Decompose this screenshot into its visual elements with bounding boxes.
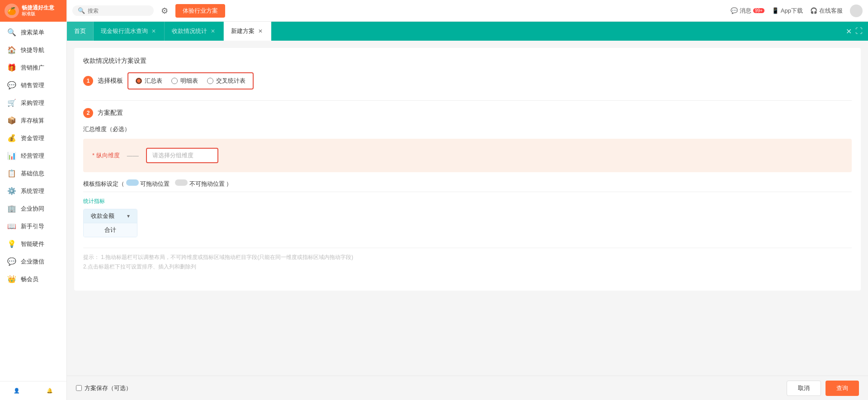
- sidebar-nav: 🔍 搜索菜单 🏠 快捷导航 🎁 营销推广 💬 销售管理 🛒 采购管理 📦 库存核…: [0, 22, 66, 381]
- indicator-header: 模板指标设定（ 可拖动位置 不可拖动位置 ）: [83, 179, 852, 192]
- online-service-button[interactable]: 🎧 在线客服: [810, 7, 843, 15]
- query-button[interactable]: 查询: [826, 381, 859, 396]
- indicator-title: 模板指标设定（ 可拖动位置 不可拖动位置 ）: [83, 179, 232, 188]
- section2-header: 2 方案配置: [83, 108, 852, 118]
- tip-line-2: 2.点击标题栏下拉可设置排序、插入列和删除列: [83, 263, 852, 271]
- sidebar-item-member[interactable]: 👑 畅会员: [0, 270, 66, 288]
- settings-icon[interactable]: ⚙: [159, 4, 170, 18]
- dimension-select[interactable]: 请选择分组维度: [146, 148, 218, 163]
- topbar: 🔍 ⚙ 体验行业方案 💬 消息 99+ 📱 App下载 🎧 在线客服: [67, 0, 868, 22]
- template-radio-group: 汇总表 明细表 交叉统计表: [127, 72, 254, 89]
- service-icon: 🎧: [810, 7, 817, 14]
- indicator-section: 模板指标设定（ 可拖动位置 不可拖动位置 ） 统计指标 收款金额: [83, 179, 852, 239]
- section-divider: [83, 100, 852, 101]
- dim-arrow-icon: ——: [127, 152, 139, 159]
- message-button[interactable]: 💬 消息 99+: [731, 7, 764, 15]
- industry-solution-button[interactable]: 体验行业方案: [175, 4, 225, 18]
- save-plan-checkbox[interactable]: [76, 385, 82, 391]
- tab-home[interactable]: 首页: [67, 22, 94, 41]
- search-menu-icon: 🔍: [7, 28, 16, 37]
- tab-stats[interactable]: 收款情况统计 ✕: [165, 22, 224, 41]
- home-icon: 🏠: [7, 46, 16, 54]
- sidebar-item-system[interactable]: ⚙️ 系统管理: [0, 182, 66, 200]
- stats-section-label: 统计指标: [83, 198, 852, 205]
- section1-num: 1: [83, 76, 93, 86]
- doc-icon: 📋: [7, 169, 16, 178]
- sidebar-item-capital[interactable]: 💰 资金管理: [0, 129, 66, 147]
- vertical-dim-label: * 纵向维度: [92, 151, 120, 160]
- logo-icon: 🍊: [5, 4, 19, 18]
- topbar-search-input[interactable]: [88, 8, 142, 14]
- sidebar-bottom-user[interactable]: 👤: [0, 385, 33, 396]
- tab-new-plan-close-icon[interactable]: ✕: [257, 28, 264, 34]
- radio-cross-input[interactable]: [207, 78, 213, 84]
- page-title: 收款情况统计方案设置: [83, 57, 852, 65]
- tabbar-spacer: [271, 22, 840, 41]
- user-icon: 👤: [14, 388, 20, 394]
- cancel-button[interactable]: 取消: [787, 381, 821, 396]
- tab-close-all-icon[interactable]: ✕: [846, 27, 852, 36]
- box-icon: 📦: [7, 116, 16, 125]
- stats-header-chevron-icon[interactable]: ▾: [127, 213, 130, 219]
- footer-buttons: 取消 查询: [787, 381, 859, 396]
- app-download-button[interactable]: 📱 App下载: [772, 7, 803, 15]
- section1-header: 1 选择模板 汇总表 明细表 交叉统计表: [83, 72, 852, 89]
- draggable-indicator-icon: [126, 179, 139, 186]
- stats-table: 收款金额 ▾ 合计: [83, 209, 137, 237]
- stats-total-cell: 合计: [84, 223, 137, 237]
- section2-num: 2: [83, 108, 93, 118]
- tab-new-plan[interactable]: 新建方案 ✕: [224, 22, 271, 41]
- tabbar: 首页 现金银行流水查询 ✕ 收款情况统计 ✕ 新建方案 ✕ ✕ ⛶: [67, 22, 868, 41]
- topbar-search-icon: 🔍: [78, 7, 85, 14]
- radio-detail-input[interactable]: [171, 78, 178, 84]
- sidebar-item-sales[interactable]: 💬 销售管理: [0, 76, 66, 94]
- weixin-icon: 💬: [7, 257, 16, 266]
- radio-summary[interactable]: 汇总表: [136, 77, 162, 85]
- cart-icon: 🛒: [7, 99, 16, 107]
- sidebar-logo: 🍊 畅捷通好生意 标准版: [0, 0, 66, 22]
- building-icon: 🏢: [7, 204, 16, 213]
- sidebar-item-purchase[interactable]: 🛒 采购管理: [0, 94, 66, 112]
- topbar-search-box[interactable]: 🔍: [72, 5, 154, 16]
- sidebar-item-inventory[interactable]: 📦 库存核算: [0, 112, 66, 129]
- radio-detail[interactable]: 明细表: [171, 77, 198, 85]
- tab-stats-close-icon[interactable]: ✕: [210, 28, 216, 34]
- tips-area: 提示： 1.拖动标题栏可以调整布局，不可跨维度或指标区域拖动栏目字段(只能在同一…: [83, 248, 852, 271]
- sidebar-bottom-notify[interactable]: 🔔: [33, 385, 67, 396]
- content-area: 收款情况统计方案设置 1 选择模板 汇总表 明细表: [67, 41, 868, 376]
- dim-row: * 纵向维度 —— 请选择分组维度: [92, 148, 843, 163]
- sidebar: 🍊 畅捷通好生意 标准版 🔍 搜索菜单 🏠 快捷导航 🎁 营销推广 💬 销售管理…: [0, 0, 67, 400]
- sidebar-item-hardware[interactable]: 💡 智能硬件: [0, 235, 66, 253]
- main-card: 收款情况统计方案设置 1 选择模板 汇总表 明细表: [74, 48, 861, 291]
- sidebar-item-weixin[interactable]: 💬 企业微信: [0, 253, 66, 270]
- sidebar-item-search-menu[interactable]: 🔍 搜索菜单: [0, 24, 66, 41]
- sidebar-item-marketing[interactable]: 🎁 营销推广: [0, 59, 66, 76]
- sidebar-item-enterprise[interactable]: 🏢 企业协同: [0, 200, 66, 217]
- sidebar-item-quick-nav[interactable]: 🏠 快捷导航: [0, 41, 66, 59]
- message-icon: 💬: [731, 7, 738, 14]
- dimension-area: * 纵向维度 —— 请选择分组维度: [83, 139, 852, 172]
- topbar-right: 💬 消息 99+ 📱 App下载 🎧 在线客服: [731, 5, 863, 17]
- gift-icon: 🎁: [7, 63, 16, 72]
- tab-expand-icon[interactable]: ⛶: [855, 27, 863, 35]
- save-checkbox-label[interactable]: 方案保存（可选）: [76, 384, 132, 392]
- sidebar-item-guide[interactable]: 📖 新手引导: [0, 217, 66, 235]
- tab-bank[interactable]: 现金银行流水查询 ✕: [94, 22, 165, 41]
- stats-header-text: 收款金额: [91, 212, 114, 220]
- dim-select-wrapper: 请选择分组维度: [146, 148, 218, 163]
- bell-icon: 🔔: [47, 388, 53, 394]
- tab-bank-close-icon[interactable]: ✕: [151, 28, 157, 34]
- radio-cross[interactable]: 交叉统计表: [207, 77, 245, 85]
- crown-icon: 👑: [7, 275, 16, 283]
- section1-template: 1 选择模板 汇总表 明细表 交叉统计表: [83, 72, 852, 89]
- book-icon: 📖: [7, 222, 16, 231]
- section2-title: 方案配置: [98, 109, 123, 117]
- sidebar-item-operation[interactable]: 📊 经营管理: [0, 147, 66, 165]
- user-avatar[interactable]: [850, 5, 863, 17]
- radio-summary-input[interactable]: [136, 78, 142, 84]
- dim-section-label: 汇总维度（必选）: [83, 125, 852, 133]
- non-draggable-indicator-icon: [175, 179, 188, 186]
- stats-header[interactable]: 收款金额 ▾: [84, 209, 137, 223]
- sidebar-item-basic[interactable]: 📋 基础信息: [0, 165, 66, 182]
- main-area: 🔍 ⚙ 体验行业方案 💬 消息 99+ 📱 App下载 🎧 在线客服: [67, 0, 868, 400]
